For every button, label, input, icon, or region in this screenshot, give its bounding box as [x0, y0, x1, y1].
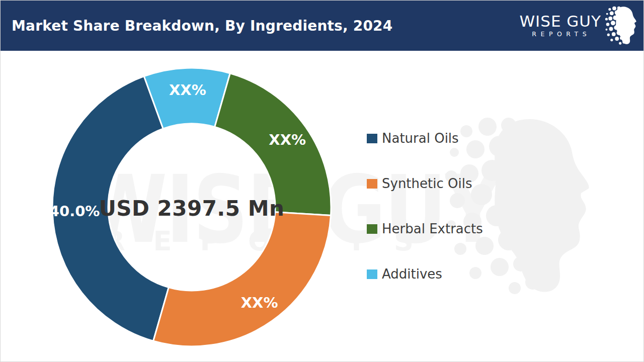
slice-percent-label-herbal-extracts: XX%: [269, 131, 306, 148]
legend-label-synthetic-oils: Synthetic Oils: [382, 177, 472, 190]
legend-label-additives: Additives: [382, 267, 442, 281]
legend-swatch-additives: [367, 269, 377, 279]
page-title: Market Share Breakdown, By Ingredients, …: [1, 18, 393, 34]
logo-face-icon: [604, 6, 637, 45]
logo-text: WISE GUY REPORTS: [519, 14, 601, 38]
legend-item-natural-oils[interactable]: Natural Oils: [367, 129, 483, 147]
chart-legend: Natural Oils Synthetic Oils Herbal Extra…: [367, 129, 483, 310]
legend-label-natural-oils: Natural Oils: [382, 132, 459, 145]
legend-swatch-herbal-extracts: [367, 224, 377, 234]
logo-wordmark: WISE GUY: [519, 14, 601, 29]
legend-item-synthetic-oils[interactable]: Synthetic Oils: [367, 174, 483, 193]
legend-label-herbal-extracts: Herbal Extracts: [382, 222, 483, 235]
wiseguy-logo: WISE GUY REPORTS: [519, 6, 643, 45]
legend-item-herbal-extracts[interactable]: Herbal Extracts: [367, 220, 483, 238]
legend-item-additives[interactable]: Additives: [367, 265, 483, 283]
donut-center-value: USD 2397.5 Mn: [66, 196, 317, 221]
slice-percent-label-additives: XX%: [169, 81, 206, 99]
legend-swatch-natural-oils: [367, 134, 377, 143]
logo-subtitle: REPORTS: [519, 31, 601, 38]
chart-area: WISE GUY REPORTS 40.0%XX%XX%XX% USD 2397…: [1, 51, 643, 361]
report-page: Market Share Breakdown, By Ingredients, …: [0, 0, 644, 362]
header-bar: Market Share Breakdown, By Ingredients, …: [1, 1, 643, 51]
slice-percent-label-synthetic-oils: XX%: [241, 294, 278, 311]
legend-swatch-synthetic-oils: [367, 179, 377, 189]
donut-slice-synthetic-oils[interactable]: [153, 212, 331, 346]
